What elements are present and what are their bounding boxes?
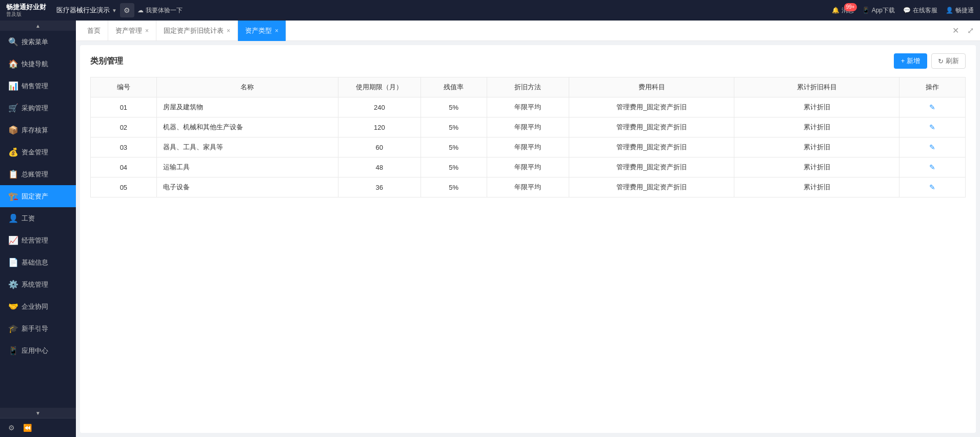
sidebar-item-salary[interactable]: 👤 工资 — [0, 207, 76, 229]
user-item[interactable]: 👤 畅捷通 — [946, 6, 974, 15]
sidebar-item-label: 新手引导 — [22, 324, 48, 333]
cell-accum: 累计折旧 — [734, 117, 899, 137]
asset-type-table: 编号 名称 使用期限（月） 残值率 折旧方法 费用科目 累计折旧科目 操作 01… — [90, 77, 966, 197]
collapse-icon[interactable]: ⏪ — [23, 424, 32, 432]
sidebar-item-search[interactable]: 🔍 搜索菜单 — [0, 31, 76, 53]
tab-asset-type-close[interactable]: × — [275, 27, 278, 34]
building-icon: 🏗️ — [8, 191, 17, 201]
edit-button[interactable]: ✎ — [929, 103, 935, 111]
table-row: 04 运输工具 48 5% 年限平均 管理费用_固定资产折旧 累计折旧 ✎ — [91, 157, 966, 177]
cell-num: 01 — [91, 97, 157, 117]
table-header-row: 编号 名称 使用期限（月） 残值率 折旧方法 费用科目 累计折旧科目 操作 — [91, 77, 966, 97]
sidebar-item-fixed-assets[interactable]: 🏗️ 固定资产 — [0, 185, 76, 207]
sidebar-item-system[interactable]: ⚙️ 系统管理 — [0, 273, 76, 295]
edit-button[interactable]: ✎ — [929, 143, 935, 151]
app-download-label: App下载 — [872, 6, 895, 15]
cell-op: ✎ — [899, 177, 966, 197]
sidebar-item-label: 经营管理 — [22, 236, 48, 245]
sidebar-item-ledger[interactable]: 📋 总账管理 — [0, 163, 76, 185]
cell-residual: 5% — [421, 177, 487, 197]
operation-icon: 📈 — [8, 235, 17, 245]
col-header-num: 编号 — [91, 77, 157, 97]
sidebar-item-shortcut[interactable]: 🏠 快捷导航 — [0, 53, 76, 75]
main-layout: ▲ 🔍 搜索菜单 🏠 快捷导航 📊 销售管理 🛒 采购管理 📦 库存核算 — [0, 21, 980, 437]
user-icon: 👤 — [946, 7, 953, 14]
sidebar-scroll-down[interactable]: ▼ — [0, 408, 76, 418]
sidebar-footer: ⚙ ⏪ — [0, 418, 76, 437]
sidebar-item-operation[interactable]: 📈 经营管理 — [0, 229, 76, 251]
sidebar-item-purchase[interactable]: 🛒 采购管理 — [0, 97, 76, 119]
settings-footer-icon[interactable]: ⚙ — [8, 424, 15, 432]
cell-accum: 累计折旧 — [734, 97, 899, 117]
header-actions: + 新增 ↻ 刷新 — [894, 53, 966, 69]
cell-method: 年限平均 — [487, 117, 569, 137]
guide-icon: 🎓 — [8, 324, 17, 333]
cell-method: 年限平均 — [487, 177, 569, 197]
settings-button[interactable]: ⚙ — [120, 3, 134, 17]
chevron-down-icon: ▼ — [112, 8, 117, 13]
download-icon: 📱 — [862, 7, 870, 14]
page-content: 类别管理 + 新增 ↻ 刷新 编号 名称 使用期限（月） 残值率 — [80, 45, 976, 433]
tab-depreciation-close[interactable]: × — [227, 27, 230, 34]
workspace-label: 医疗器械行业演示 — [56, 6, 110, 15]
refresh-icon: ↻ — [938, 57, 944, 65]
cell-num: 02 — [91, 117, 157, 137]
tab-home[interactable]: 首页 — [80, 21, 108, 41]
experience-button[interactable]: ☁ 我要体验一下 — [137, 6, 183, 15]
tab-close-window-icon[interactable]: ✕ — [950, 24, 961, 37]
sidebar-nav: 🔍 搜索菜单 🏠 快捷导航 📊 销售管理 🛒 采购管理 📦 库存核算 💰 — [0, 31, 76, 408]
notifications-item[interactable]: 🔔 消息 99+ — [832, 6, 854, 15]
ledger-icon: 📋 — [8, 169, 17, 179]
sidebar-item-capital[interactable]: 💰 资金管理 — [0, 141, 76, 163]
tab-asset-mgmt[interactable]: 资产管理 × — [108, 21, 156, 41]
cloud-icon: ☁ — [137, 7, 144, 14]
bell-icon: 🔔 — [832, 7, 839, 14]
col-header-period: 使用期限（月） — [338, 77, 421, 97]
tab-asset-mgmt-close[interactable]: × — [145, 27, 149, 34]
app-subtitle: 普及版 — [6, 11, 22, 17]
tab-depreciation-label: 固定资产折旧统计表 — [164, 26, 224, 35]
top-bar-right: 🔔 消息 99+ 📱 App下载 💬 在线客服 👤 畅捷通 — [832, 6, 974, 15]
chart-icon: 📊 — [8, 81, 17, 91]
refresh-button[interactable]: ↻ 刷新 — [931, 53, 966, 69]
edit-button[interactable]: ✎ — [929, 123, 935, 131]
money-icon: 💰 — [8, 147, 17, 157]
notifications-badge: 99+ — [844, 3, 857, 11]
sidebar-item-inventory[interactable]: 📦 库存核算 — [0, 119, 76, 141]
edit-button[interactable]: ✎ — [929, 183, 935, 191]
sidebar-item-guide[interactable]: 🎓 新手引导 — [0, 317, 76, 340]
sidebar-item-sales[interactable]: 📊 销售管理 — [0, 75, 76, 97]
tab-depreciation[interactable]: 固定资产折旧统计表 × — [156, 21, 238, 41]
sidebar-item-label: 快捷导航 — [22, 59, 48, 69]
table-row: 03 器具、工具、家具等 60 5% 年限平均 管理费用_固定资产折旧 累计折旧… — [91, 137, 966, 157]
home-icon: 🏠 — [8, 59, 17, 69]
sidebar-item-label: 应用中心 — [22, 346, 48, 355]
cell-residual: 5% — [421, 97, 487, 117]
content-area: 首页 资产管理 × 固定资产折旧统计表 × 资产类型 × ✕ ⤢ 类 — [76, 21, 980, 437]
app-download-item[interactable]: 📱 App下载 — [862, 6, 895, 15]
edit-button[interactable]: ✎ — [929, 163, 935, 171]
sidebar-item-basic-info[interactable]: 📄 基础信息 — [0, 251, 76, 273]
cell-residual: 5% — [421, 137, 487, 157]
tab-actions: ✕ ⤢ — [950, 24, 976, 37]
tab-home-label: 首页 — [87, 26, 101, 35]
sidebar-item-app-center[interactable]: 📱 应用中心 — [0, 340, 76, 362]
cell-name: 器具、工具、家具等 — [156, 137, 338, 157]
table-row: 02 机器、机械和其他生产设备 120 5% 年限平均 管理费用_固定资产折旧 … — [91, 117, 966, 137]
top-bar-center: 医疗器械行业演示 ▼ ⚙ ☁ 我要体验一下 — [56, 3, 832, 17]
sidebar-item-enterprise[interactable]: 🤝 企业协同 — [0, 295, 76, 317]
cell-expense: 管理费用_固定资产折旧 — [569, 97, 734, 117]
tab-asset-type[interactable]: 资产类型 × — [238, 21, 286, 41]
workspace-selector[interactable]: 医疗器械行业演示 ▼ — [56, 6, 117, 15]
new-button[interactable]: + 新增 — [894, 53, 927, 69]
sidebar-scroll-up[interactable]: ▲ — [0, 21, 76, 31]
cell-period: 60 — [338, 137, 421, 157]
cell-num: 03 — [91, 137, 157, 157]
online-service-item[interactable]: 💬 在线客服 — [903, 6, 937, 15]
handshake-icon: 🤝 — [8, 302, 17, 311]
cell-name: 机器、机械和其他生产设备 — [156, 117, 338, 137]
cell-method: 年限平均 — [487, 137, 569, 157]
tab-maximize-icon[interactable]: ⤢ — [965, 24, 976, 37]
cell-expense: 管理费用_固定资产折旧 — [569, 157, 734, 177]
cell-accum: 累计折旧 — [734, 137, 899, 157]
